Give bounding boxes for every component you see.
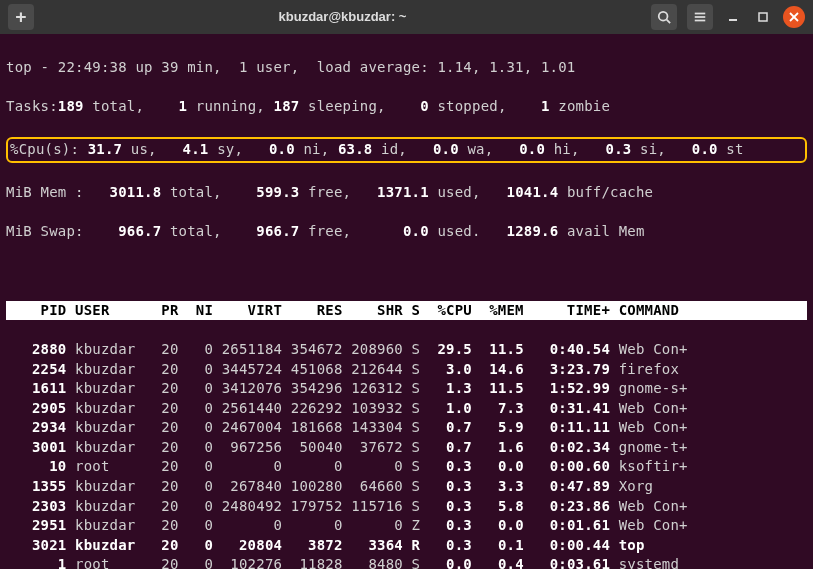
- process-row: 3001 kbuzdar 20 0 967256 50040 37672 S 0…: [6, 438, 807, 458]
- process-row: 2905 kbuzdar 20 0 2561440 226292 103932 …: [6, 399, 807, 419]
- cpu-highlight-box: %Cpu(s): 31.7 us, 4.1 sy, 0.0 ni, 63.8 i…: [6, 137, 807, 163]
- process-row: 1355 kbuzdar 20 0 267840 100280 64660 S …: [6, 477, 807, 497]
- maximize-icon: [757, 11, 769, 23]
- process-row: 2934 kbuzdar 20 0 2467004 181668 143304 …: [6, 418, 807, 438]
- menu-button[interactable]: [687, 4, 713, 30]
- process-row: 2303 kbuzdar 20 0 2480492 179752 115716 …: [6, 497, 807, 517]
- maximize-button[interactable]: [753, 7, 773, 27]
- blank-line: [6, 262, 807, 282]
- top-mem-line: MiB Mem : 3011.8 total, 599.3 free, 1371…: [6, 183, 807, 203]
- top-swap-line: MiB Swap: 966.7 total, 966.7 free, 0.0 u…: [6, 222, 807, 242]
- minimize-icon: [727, 11, 739, 23]
- minimize-button[interactable]: [723, 7, 743, 27]
- svg-rect-6: [759, 13, 767, 21]
- process-list: 2880 kbuzdar 20 0 2651184 354672 208960 …: [6, 340, 807, 569]
- hamburger-icon: [693, 10, 707, 24]
- new-tab-button[interactable]: +: [8, 4, 34, 30]
- terminal-area[interactable]: top - 22:49:38 up 39 min, 1 user, load a…: [0, 34, 813, 569]
- svg-line-1: [667, 20, 671, 24]
- svg-point-0: [659, 12, 668, 21]
- process-row: 2880 kbuzdar 20 0 2651184 354672 208960 …: [6, 340, 807, 360]
- process-row: 10 root 20 0 0 0 0 S 0.3 0.0 0:00.60 kso…: [6, 457, 807, 477]
- process-row: 3021 kbuzdar 20 0 20804 3872 3364 R 0.3 …: [6, 536, 807, 556]
- window-title: kbuzdar@kbuzdar: ~: [42, 8, 643, 26]
- process-row: 2254 kbuzdar 20 0 3445724 451068 212644 …: [6, 360, 807, 380]
- close-button[interactable]: [783, 6, 805, 28]
- search-button[interactable]: [651, 4, 677, 30]
- process-row: 2951 kbuzdar 20 0 0 0 0 Z 0.3 0.0 0:01.6…: [6, 516, 807, 536]
- top-uptime-line: top - 22:49:38 up 39 min, 1 user, load a…: [6, 58, 807, 78]
- process-row: 1611 kbuzdar 20 0 3412076 354296 126312 …: [6, 379, 807, 399]
- close-icon: [789, 12, 799, 22]
- process-header: PID USER PR NI VIRT RES SHR S %CPU %MEM …: [6, 301, 807, 321]
- window-titlebar: + kbuzdar@kbuzdar: ~: [0, 0, 813, 34]
- search-icon: [657, 10, 671, 24]
- top-tasks-line: Tasks:189 total, 1 running, 187 sleeping…: [6, 97, 807, 117]
- top-cpu-line: %Cpu(s): 31.7 us, 4.1 sy, 0.0 ni, 63.8 i…: [10, 140, 803, 160]
- process-row: 1 root 20 0 102276 11828 8480 S 0.0 0.4 …: [6, 555, 807, 569]
